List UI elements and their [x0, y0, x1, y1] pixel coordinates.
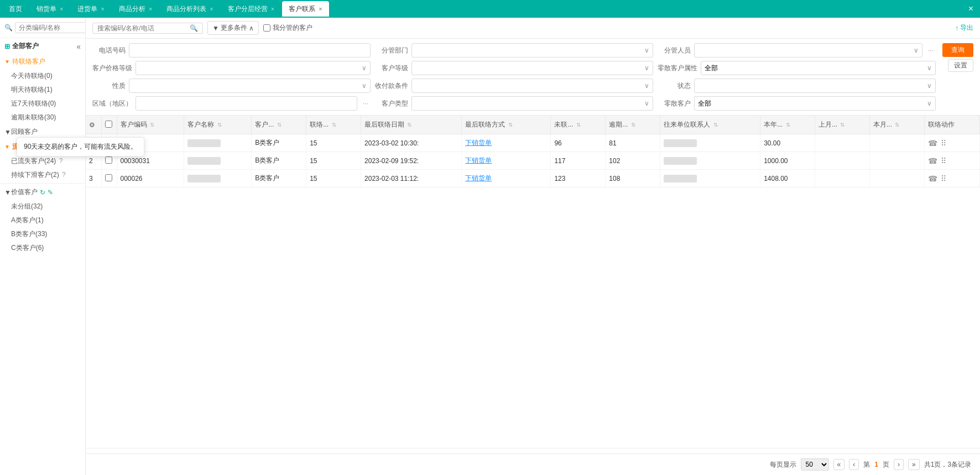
tab-customer-contact[interactable]: 客户联系 × [282, 1, 329, 17]
refresh-icon[interactable]: ↻ [40, 189, 45, 196]
filter-region-dots[interactable]: ··· [361, 100, 371, 107]
more-action-icon[interactable]: ⠿ [941, 156, 946, 165]
cell-last-type[interactable]: 下销货单 [462, 170, 551, 187]
tab-customer-layers[interactable]: 客户分层经营 × [221, 1, 281, 17]
row-checkbox[interactable] [105, 174, 112, 181]
filter-manager-dots[interactable]: ··· [926, 46, 936, 54]
sidebar-item-b-class[interactable]: B类客户(33) [0, 227, 85, 241]
col-this-month[interactable]: 本月... ⇅ [870, 116, 925, 134]
contact-type-link[interactable]: 下销货单 [465, 156, 492, 164]
col-last-date[interactable]: 最后联络日期 ⇅ [361, 116, 462, 134]
contact-person-blurred [664, 175, 697, 182]
col-name[interactable]: 客户名称 ⇅ [184, 116, 252, 134]
more-action-icon[interactable]: ⠿ [941, 174, 946, 183]
settings-button[interactable]: 设置 [948, 59, 973, 72]
row-checkbox[interactable] [105, 156, 112, 164]
sidebar-item-week-pending[interactable]: 近7天待联络(0) [0, 97, 85, 111]
filter-payment-select[interactable]: ∨ [411, 79, 653, 93]
cell-checkbox[interactable] [101, 170, 117, 187]
tab-product-analysis[interactable]: 商品分析 × [112, 1, 159, 17]
close-tab-customer-contact[interactable]: × [319, 6, 322, 12]
cell-last-type[interactable]: 下销货单 [462, 152, 551, 170]
cell-overdue: 108 [606, 170, 660, 187]
cell-index: 3 [86, 170, 101, 187]
filter-zero-attr-select[interactable]: 全部 ∨ [701, 61, 936, 75]
filter-phone-input[interactable] [129, 43, 371, 58]
my-customer-checkbox[interactable] [263, 24, 270, 32]
col-contact[interactable]: 联络... ⇅ [306, 116, 361, 134]
sidebar-all-customers[interactable]: ⊞ 全部客户 « [0, 38, 85, 54]
filter-customer-grade-select[interactable]: ∨ [411, 61, 653, 75]
col-this-year[interactable]: 本年... ⇅ [760, 116, 815, 134]
filter-customer-type-select[interactable]: ∨ [411, 96, 653, 111]
tab-sales[interactable]: 销货单 × [30, 1, 70, 17]
close-tab-purchase[interactable]: × [101, 6, 104, 12]
contact-action-icon[interactable]: ☎ [928, 139, 937, 148]
filter-status-select[interactable]: ∨ [694, 79, 936, 93]
tab-home[interactable]: 首页 [2, 1, 29, 17]
query-button[interactable]: 查询 [942, 43, 973, 57]
filter-price-grade-select[interactable]: ∨ [135, 61, 371, 75]
sidebar-item-churn-declining[interactable]: 持续下滑客户(2) ? [0, 168, 85, 182]
filter-nature-select[interactable]: ∨ [129, 79, 371, 93]
cell-last-type[interactable]: 下销货单 [462, 134, 551, 152]
filter-zero-customer-select[interactable]: 全部 ∨ [694, 96, 936, 111]
filter-dept-select[interactable]: ∨ [411, 43, 653, 58]
cell-last-month [815, 134, 870, 152]
col-uncontacted[interactable]: 未联... ⇅ [551, 116, 606, 134]
toolbar-search-icon: 🔍 [190, 24, 198, 32]
sidebar-item-tomorrow-pending[interactable]: 明天待联络(1) [0, 83, 85, 97]
close-tab-product-analysis-list[interactable]: × [210, 6, 213, 12]
more-filter-button[interactable]: ▼ 更多条件 ∧ [207, 21, 259, 35]
sidebar-group-value[interactable]: ▼ 价值客户 ↻ ✎ [0, 185, 85, 200]
col-checkbox[interactable] [101, 116, 117, 134]
first-page-button[interactable]: « [833, 459, 845, 470]
tab-purchase[interactable]: 进货单 × [71, 1, 111, 17]
last-page-button[interactable]: » [908, 459, 920, 470]
contact-action-icon[interactable]: ☎ [928, 156, 937, 165]
sidebar-search-input[interactable] [15, 22, 86, 33]
filter-manager-select[interactable]: ∨ [694, 43, 922, 58]
chevron-down-icon: ∨ [644, 46, 649, 54]
export-button[interactable]: ↑ 导出 [955, 23, 973, 33]
col-overdue[interactable]: 逾期... ⇅ [606, 116, 660, 134]
col-contact-person[interactable]: 往来单位联系人 ⇅ [660, 116, 760, 134]
edit-icon[interactable]: ✎ [48, 189, 53, 196]
filter-region-input[interactable] [135, 96, 357, 111]
contact-type-link[interactable]: 下销货单 [465, 139, 492, 147]
chevron-down-icon-10: ∨ [927, 100, 932, 107]
filter-manager-label: 分管人员 [658, 46, 691, 55]
sidebar-item-overdue-pending[interactable]: 逾期未联络(30) [0, 111, 85, 124]
contact-type-link[interactable]: 下销货单 [465, 174, 492, 182]
sidebar-item-a-class[interactable]: A类客户(1) [0, 213, 85, 227]
select-all-checkbox[interactable] [105, 121, 112, 128]
col-last-month[interactable]: 上月... ⇅ [815, 116, 870, 134]
contact-action-icon[interactable]: ☎ [928, 174, 937, 183]
close-tab-sales[interactable]: × [60, 6, 63, 12]
close-all-tabs[interactable]: × [964, 4, 978, 14]
sidebar-item-ungrouped[interactable]: 未分组(32) [0, 200, 85, 213]
cell-contact: 15 [306, 134, 361, 152]
cell-type: B类客户 [252, 134, 306, 152]
more-action-icon[interactable]: ⠿ [941, 139, 946, 148]
close-tab-product-analysis[interactable]: × [149, 6, 152, 12]
my-customer-checkbox-label[interactable]: 我分管的客户 [263, 23, 312, 33]
filter-price-grade-label: 客户价格等级 [92, 64, 132, 73]
col-type[interactable]: 客户... ⇅ [252, 116, 306, 134]
prev-page-button[interactable]: ‹ [849, 459, 859, 470]
next-page-button[interactable]: › [894, 459, 904, 470]
col-settings[interactable]: ⚙ [86, 116, 101, 134]
filter-phone-label: 电话号码 [92, 46, 126, 55]
sidebar-collapse-btn[interactable]: « [76, 42, 81, 51]
horizontal-scrollbar[interactable] [86, 448, 980, 453]
tab-product-analysis-list[interactable]: 商品分析列表 × [160, 1, 220, 17]
close-tab-customer-layers[interactable]: × [271, 6, 274, 12]
col-last-type[interactable]: 最后联络方式 ⇅ [462, 116, 551, 134]
per-page-select[interactable]: 50 100 200 [801, 458, 829, 471]
sidebar-item-today-pending[interactable]: 今天待联络(0) [0, 69, 85, 83]
sidebar-item-c-class[interactable]: C类客户(6) [0, 241, 85, 255]
col-code[interactable]: 客户编码 ⇅ [117, 116, 184, 134]
cell-contact: 15 [306, 170, 361, 187]
sidebar-group-pending[interactable]: ▼ 待联络客户 [0, 54, 85, 69]
toolbar-search-input[interactable] [97, 24, 187, 32]
